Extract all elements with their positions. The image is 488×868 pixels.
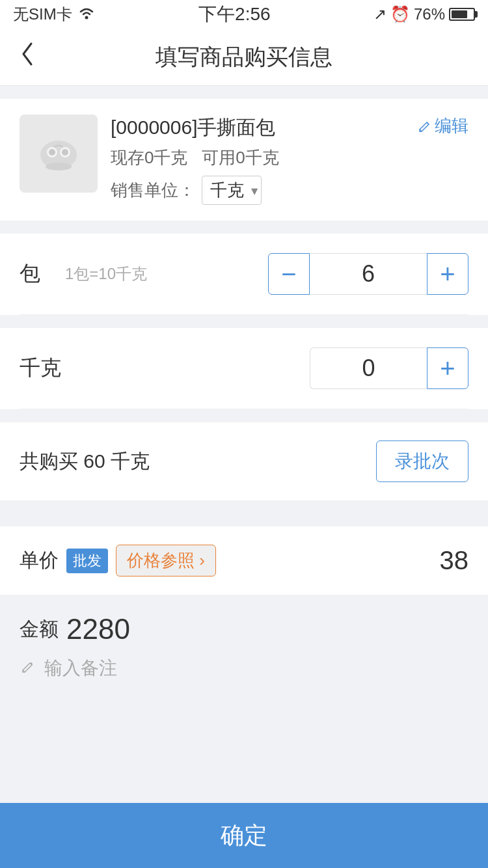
- svg-point-4: [49, 149, 55, 156]
- amount-row: 金额 2280: [20, 613, 468, 645]
- carrier-text: 无SIM卡: [13, 4, 72, 25]
- kilogram-label: 千克: [20, 354, 61, 383]
- product-name-row: [0000006]手撕面包 编辑: [111, 115, 468, 141]
- product-unit-row: 销售单位： 千克 ▾: [111, 176, 468, 205]
- alarm-icon: ⏰: [390, 5, 410, 23]
- back-button[interactable]: [20, 41, 59, 73]
- battery-percent: 76%: [414, 5, 445, 23]
- status-time: 下午2:56: [198, 2, 271, 27]
- total-row: 共购买 60 千克 录批次: [0, 422, 488, 500]
- product-stock: 现存0千克 可用0千克: [111, 146, 468, 169]
- price-ref-button[interactable]: 价格参照 ›: [116, 545, 216, 576]
- product-card: [0000006]手撕面包 编辑 现存0千克 可用0千克 销售单位： 千克 ▾: [0, 99, 488, 221]
- price-tag: 批发: [66, 549, 108, 573]
- kilogram-qty-input[interactable]: [310, 347, 427, 389]
- price-section: 单价 批发 价格参照 › 38: [0, 526, 488, 595]
- edit-label: 编辑: [435, 115, 468, 137]
- amount-label: 金额: [20, 616, 59, 643]
- amount-value: 2280: [66, 613, 130, 645]
- price-row: 单价 批发 价格参照 › 38: [20, 545, 468, 576]
- confirm-btn-text: 确定: [221, 820, 267, 852]
- total-text: 共购买 60 千克: [20, 448, 150, 475]
- kilogram-qty-row: 千克 +: [20, 328, 468, 409]
- package-qty-row: 包 1包=10千克 − +: [20, 234, 468, 315]
- status-left: 无SIM卡: [13, 4, 96, 25]
- price-label-group: 单价 批发 价格参照 ›: [20, 545, 216, 576]
- unit-select-wrapper[interactable]: 千克 ▾: [202, 176, 262, 205]
- separator: [0, 500, 488, 513]
- package-hint: 1包=10千克: [65, 264, 268, 284]
- battery-icon: [449, 8, 475, 21]
- package-label: 包: [20, 260, 59, 288]
- kilogram-plus-button[interactable]: +: [427, 347, 468, 389]
- amount-section: 金额 2280 输入备注: [0, 595, 488, 694]
- package-plus-button[interactable]: +: [427, 253, 468, 295]
- pencil-icon: [20, 657, 38, 680]
- product-info: [0000006]手撕面包 编辑 现存0千克 可用0千克 销售单位： 千克 ▾: [111, 115, 468, 205]
- location-icon: ↗: [373, 5, 386, 23]
- kilogram-section: 千克 +: [0, 328, 488, 409]
- package-section: 包 1包=10千克 − +: [0, 234, 488, 315]
- wifi-icon: [77, 5, 96, 23]
- note-hint[interactable]: 输入备注: [44, 656, 117, 681]
- product-name: [0000006]手撕面包: [111, 115, 418, 141]
- price-label: 单价: [20, 547, 59, 574]
- package-qty-controls: − +: [268, 253, 468, 295]
- edit-button[interactable]: 编辑: [418, 115, 468, 137]
- nav-bar: 填写商品购买信息: [0, 29, 488, 86]
- status-bar: 无SIM卡 下午2:56 ↗ ⏰ 76%: [0, 0, 488, 29]
- note-row[interactable]: 输入备注: [20, 656, 468, 681]
- package-qty-input[interactable]: [310, 253, 427, 295]
- batch-button[interactable]: 录批次: [376, 441, 468, 482]
- svg-point-6: [46, 163, 72, 170]
- status-right: ↗ ⏰ 76%: [373, 5, 475, 23]
- price-value: 38: [440, 546, 469, 575]
- package-minus-button[interactable]: −: [268, 253, 310, 295]
- confirm-bar[interactable]: 确定: [0, 803, 488, 868]
- product-image: [20, 115, 98, 193]
- page-title: 填写商品购买信息: [156, 42, 332, 72]
- unit-label: 销售单位：: [111, 179, 195, 202]
- svg-point-5: [62, 149, 68, 156]
- svg-point-0: [85, 16, 88, 20]
- kilogram-qty-controls: +: [310, 347, 468, 389]
